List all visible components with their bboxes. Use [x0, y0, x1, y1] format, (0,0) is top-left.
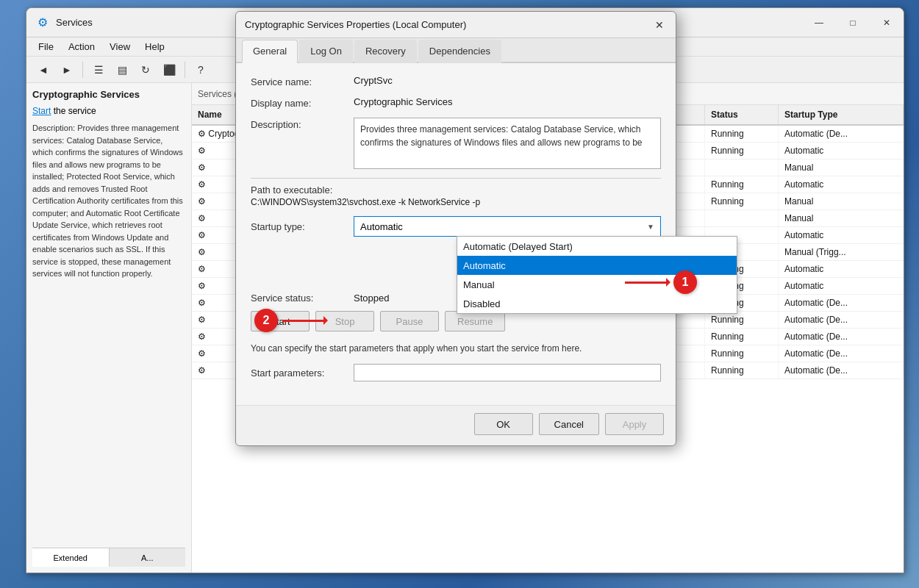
- display-name-label: Display name:: [251, 96, 354, 109]
- tab-general[interactable]: General: [242, 40, 298, 63]
- tab-logon[interactable]: Log On: [299, 40, 353, 63]
- service-status-12: Running: [705, 312, 779, 328]
- description-value[interactable]: Provides three management services: Cata…: [354, 118, 661, 169]
- form-separator-1: [251, 178, 661, 179]
- link-suffix: the service: [51, 106, 96, 116]
- service-startup-13: Automatic (De...: [779, 329, 904, 345]
- dialog-title-text: Cryptographic Services Properties (Local…: [245, 19, 466, 30]
- properties-dialog: Cryptographic Services Properties (Local…: [235, 11, 676, 446]
- description-row: Description: Provides three management s…: [251, 118, 661, 169]
- dropdown-option-delayed[interactable]: Automatic (Delayed Start): [457, 237, 737, 256]
- dropdown-arrow-icon: ▼: [647, 223, 654, 231]
- list-button[interactable]: ▤: [111, 60, 133, 80]
- service-startup-cryptographic: Automatic (De...: [779, 126, 904, 142]
- service-startup-15: Automatic (De...: [779, 362, 904, 379]
- service-startup-11: Automatic (De...: [779, 295, 904, 311]
- ok-button[interactable]: OK: [474, 413, 533, 435]
- menu-file[interactable]: File: [32, 40, 60, 54]
- description-label: Description:: [251, 118, 354, 130]
- service-startup-12: Automatic (De...: [779, 312, 904, 328]
- service-startup-10: Automatic: [779, 278, 904, 294]
- annotation-circle-1: 1: [673, 270, 697, 294]
- service-status-label: Service status:: [251, 293, 354, 304]
- arrow-1-line: [625, 282, 669, 284]
- annotation-arrow-2: 2: [254, 309, 326, 332]
- path-label: Path to executable:: [251, 184, 661, 196]
- close-button[interactable]: ✕: [870, 8, 904, 37]
- service-startup-2: Automatic: [779, 143, 904, 159]
- service-startup-14: Automatic (De...: [779, 345, 904, 362]
- menu-help[interactable]: Help: [139, 40, 171, 54]
- dropdown-header[interactable]: Automatic ▼: [354, 216, 661, 237]
- maximize-button[interactable]: □: [836, 8, 870, 37]
- service-status-cryptographic: Running: [705, 126, 779, 142]
- menu-view[interactable]: View: [104, 40, 136, 54]
- left-panel-title: Cryptographic Services: [32, 89, 185, 100]
- panel-tabs: Extended A...: [32, 548, 185, 567]
- service-name-row: Service name: CryptSvc: [251, 75, 661, 87]
- dropdown-option-disabled[interactable]: Disabled: [457, 294, 737, 313]
- service-startup-4: Automatic: [779, 176, 904, 193]
- service-status-value: Stopped: [354, 293, 389, 304]
- services-title-icon: ⚙: [35, 15, 50, 30]
- resume-service-button[interactable]: Resume: [445, 311, 505, 331]
- start-params-label: Start parameters:: [251, 368, 354, 379]
- tab-recovery[interactable]: Recovery: [354, 40, 417, 63]
- toolbar-divider-1: [82, 62, 83, 78]
- service-status-15: Running: [705, 362, 779, 379]
- back-button[interactable]: ◄: [32, 60, 54, 80]
- services-title-text: Services: [56, 17, 93, 28]
- cancel-button[interactable]: Cancel: [539, 413, 599, 435]
- service-status-14: Running: [705, 345, 779, 362]
- service-status-2: Running: [705, 143, 779, 159]
- service-status-13: Running: [705, 329, 779, 345]
- apply-button[interactable]: Apply: [605, 413, 664, 435]
- dialog-titlebar: Cryptographic Services Properties (Local…: [236, 12, 676, 38]
- arrow-2-head: [323, 316, 332, 325]
- panel-tab-standard[interactable]: A...: [110, 548, 186, 567]
- toolbar-divider-2: [185, 62, 185, 78]
- service-startup-3: Manual: [779, 159, 904, 176]
- service-status-4: Running: [705, 176, 779, 193]
- tab-dependencies[interactable]: Dependencies: [418, 40, 501, 63]
- startup-type-row: Startup type: Automatic ▼ Automatic (Del…: [251, 216, 661, 237]
- header-startup[interactable]: Startup Type: [779, 105, 904, 124]
- menu-action[interactable]: Action: [62, 40, 101, 54]
- startup-type-dropdown-container: Automatic ▼ Automatic (Delayed Start) Au…: [354, 216, 661, 237]
- path-value: C:\WINDOWS\system32\svchost.exe -k Netwo…: [251, 197, 661, 207]
- service-name-label: Service name:: [251, 75, 354, 87]
- service-startup-8: Manual (Trigg...: [779, 244, 904, 260]
- service-status-5: Running: [705, 193, 779, 209]
- header-status[interactable]: Status: [705, 105, 779, 124]
- left-panel-description: Description: Provides three management s…: [32, 122, 185, 548]
- minimize-button[interactable]: —: [802, 8, 836, 37]
- service-startup-5: Manual: [779, 193, 904, 209]
- properties-button[interactable]: ⬛: [158, 60, 180, 80]
- info-text: You can specify the start parameters tha…: [251, 342, 661, 355]
- dialog-tabs: General Log On Recovery Dependencies: [236, 38, 676, 63]
- tree-button[interactable]: ☰: [87, 60, 110, 80]
- panel-tab-extended[interactable]: Extended: [32, 548, 110, 567]
- startup-type-label: Startup type:: [251, 221, 354, 232]
- refresh-button[interactable]: ↻: [135, 60, 157, 80]
- service-name-value: CryptSvc: [354, 75, 661, 86]
- pause-service-button[interactable]: Pause: [380, 311, 439, 331]
- path-section: Path to executable: C:\WINDOWS\system32\…: [251, 184, 661, 207]
- dropdown-selected-value: Automatic: [360, 221, 403, 232]
- service-startup-7: Automatic: [779, 227, 904, 243]
- service-status-6: [705, 210, 779, 226]
- start-params-input[interactable]: [354, 364, 661, 381]
- arrow-1-head: [666, 278, 675, 287]
- dialog-content: Service name: CryptSvc Display name: Cry…: [236, 63, 676, 405]
- forward-button[interactable]: ►: [56, 60, 78, 80]
- left-panel: Cryptographic Services Start the service…: [26, 83, 192, 573]
- start-service-link[interactable]: Start: [32, 106, 51, 116]
- annotation-circle-2: 2: [254, 309, 278, 332]
- dialog-footer: OK Cancel Apply: [236, 405, 676, 445]
- help-button[interactable]: ?: [190, 60, 212, 80]
- service-startup-9: Automatic: [779, 261, 904, 277]
- service-status-3: [705, 159, 779, 176]
- annotation-arrow-1: 1: [625, 270, 697, 294]
- dialog-close-button[interactable]: ✕: [649, 15, 670, 35]
- start-params-row: Start parameters:: [251, 364, 661, 381]
